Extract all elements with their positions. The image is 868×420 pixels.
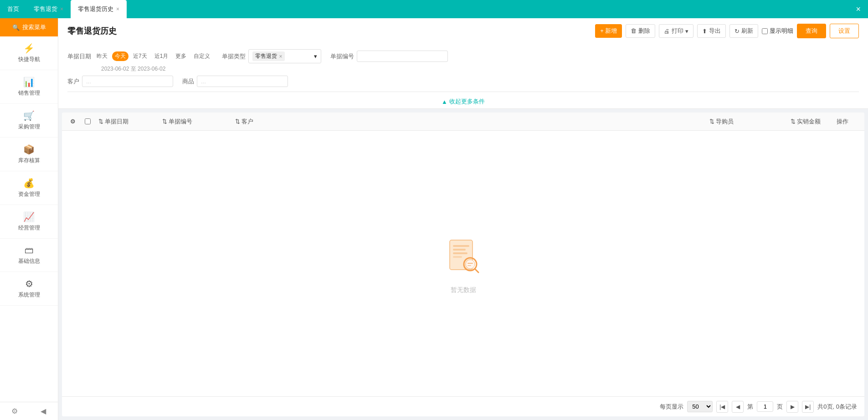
table-settings-button[interactable]: ⚙ (66, 118, 80, 125)
collapse-filter-button[interactable]: ▲ 收起更多条件 (434, 95, 492, 108)
sidebar-item-purchase[interactable]: 🛒 采购管理 (0, 104, 58, 138)
filter-row-1: 单据日期 昨天 今天 近7天 近1月 更多 自定义 单据类型 (67, 49, 859, 63)
svg-rect-3 (453, 252, 467, 254)
new-button[interactable]: + 新增 (595, 24, 622, 38)
filter-doc-no: 单据编号 (330, 51, 448, 62)
svg-rect-1 (453, 245, 469, 247)
sidebar-item-finance[interactable]: 💰 资金管理 (0, 171, 58, 205)
window-close-button[interactable]: × (856, 5, 868, 14)
sidebar-item-quick-nav[interactable]: ⚡ 快捷导航 (0, 36, 58, 70)
query-button[interactable]: 查询 (797, 24, 826, 38)
page-number-input[interactable] (757, 401, 773, 412)
prev-page-icon: ◀ (736, 404, 740, 410)
toolbar: + 新增 🗑 删除 🖨 打印 ▾ ⬆ 导出 ↻ 刷新 (595, 24, 859, 38)
basic-info-icon: 🗃 (25, 245, 34, 256)
doc-type-tag-close[interactable]: × (279, 53, 282, 60)
page-title: 零售退货历史 (67, 26, 117, 36)
col-guide-sort[interactable]: ⇅ (709, 118, 714, 125)
sidebar-item-label: 库存核算 (18, 157, 40, 164)
col-no-sort[interactable]: ⇅ (162, 118, 167, 125)
shortcut-7days[interactable]: 近7天 (130, 51, 150, 61)
print-button[interactable]: 🖨 打印 ▾ (659, 24, 693, 38)
setting-button[interactable]: 设置 (830, 24, 859, 38)
select-all-checkbox[interactable] (80, 118, 95, 124)
sidebar-item-label: 经营管理 (18, 224, 40, 232)
display-detail-input[interactable] (762, 28, 768, 34)
last-page-icon: ▶| (805, 404, 811, 410)
tab-retail-return-history[interactable]: 零售退货历史 × (71, 0, 127, 18)
col-date-sort[interactable]: ⇅ (98, 118, 103, 125)
empty-text: 暂无数据 (451, 286, 476, 294)
export-button[interactable]: ⬆ 导出 (697, 24, 726, 38)
col-date-label: 单据日期 (105, 118, 128, 126)
delete-button[interactable]: 🗑 删除 (626, 24, 655, 38)
filter-doc-type: 单据类型 零售退货 × ▾ (222, 49, 321, 63)
goods-select[interactable]: ... (197, 76, 288, 87)
main-layout: 🔍 搜索菜单 ⚡ 快捷导航 📊 销售管理 🛒 采购管理 📦 库存核算 💰 资金管… (0, 18, 868, 420)
customer-placeholder: ... (86, 78, 91, 85)
customer-select[interactable]: ... (82, 76, 173, 87)
filter-area: 单据日期 昨天 今天 近7天 近1月 更多 自定义 单据类型 (67, 44, 859, 108)
export-icon: ⬆ (702, 28, 707, 35)
shortcut-yesterday[interactable]: 昨天 (94, 51, 110, 61)
tab-retail-return-close[interactable]: × (60, 6, 63, 12)
sidebar: 🔍 搜索菜单 ⚡ 快捷导航 📊 销售管理 🛒 采购管理 📦 库存核算 💰 资金管… (0, 18, 58, 420)
page-title-row: 零售退货历史 + 新增 🗑 删除 🖨 打印 ▾ ⬆ 导出 ↻ (67, 24, 859, 38)
last-page-button[interactable]: ▶| (802, 401, 814, 413)
doc-type-select[interactable]: 零售退货 × ▾ (248, 49, 321, 63)
sidebar-search[interactable]: 🔍 搜索菜单 (0, 18, 58, 36)
col-guide-label: 导购员 (716, 118, 734, 126)
col-customer-label: 客户 (241, 118, 253, 126)
sidebar-collapse-button[interactable]: ◀ (29, 402, 58, 420)
sidebar-item-inventory[interactable]: 📦 库存核算 (0, 138, 58, 171)
first-page-icon: |◀ (719, 404, 725, 410)
filter-row-2: 客户 ... 商品 ... (67, 76, 859, 87)
next-page-button[interactable]: ▶ (786, 401, 798, 413)
tab-retail-return[interactable]: 零售退货 × (26, 0, 71, 18)
col-customer-sort[interactable]: ⇅ (235, 118, 240, 125)
date-shortcuts: 昨天 今天 近7天 近1月 更多 自定义 (94, 51, 213, 61)
prev-page-button[interactable]: ◀ (732, 401, 744, 413)
print-dropdown-icon: ▾ (685, 28, 688, 35)
refresh-button[interactable]: ↻ 刷新 (729, 24, 758, 38)
sidebar-item-basic-info[interactable]: 🗃 基础信息 (0, 239, 58, 272)
sales-icon: 📊 (23, 77, 35, 87)
table-settings-icon: ⚙ (70, 118, 76, 125)
svg-rect-8 (467, 263, 473, 264)
first-page-button[interactable]: |◀ (716, 401, 728, 413)
page-label: 页 (777, 403, 783, 411)
col-date: ⇅ 单据日期 (95, 118, 159, 126)
refresh-icon: ↻ (734, 28, 740, 35)
page-header: 零售退货历史 + 新增 🗑 删除 🖨 打印 ▾ ⬆ 导出 ↻ (58, 18, 868, 109)
doc-no-input[interactable] (357, 51, 448, 62)
col-guide: ⇅ 导购员 (706, 118, 770, 126)
doc-type-dropdown-icon: ▾ (314, 53, 317, 60)
total-info: 共0页, 0条记录 (817, 403, 857, 411)
sidebar-item-operations[interactable]: 📈 经营管理 (0, 205, 58, 239)
col-no: ⇅ 单据编号 (159, 118, 231, 126)
quick-nav-icon: ⚡ (23, 43, 35, 54)
display-detail-checkbox[interactable]: 显示明细 (762, 27, 793, 35)
shortcut-today[interactable]: 今天 (112, 51, 128, 61)
filter-customer: 客户 ... (67, 76, 173, 87)
shortcut-more[interactable]: 更多 (173, 51, 189, 61)
sidebar-item-label: 资金管理 (18, 190, 40, 198)
page-size-select[interactable]: 10 20 50 100 (687, 401, 713, 412)
collapse-up-icon: ▲ (442, 98, 447, 105)
select-all-input[interactable] (85, 118, 91, 124)
sidebar-item-sales[interactable]: 📊 销售管理 (0, 70, 58, 104)
sidebar-settings-button[interactable]: ⚙ (0, 402, 29, 420)
tab-retail-return-history-close[interactable]: × (116, 6, 119, 12)
shortcut-custom[interactable]: 自定义 (191, 51, 213, 61)
close-icon: × (856, 5, 861, 14)
shortcut-1month[interactable]: 近1月 (152, 51, 171, 61)
tab-home[interactable]: 首页 (0, 0, 26, 18)
svg-rect-4 (453, 256, 462, 258)
next-page-icon: ▶ (791, 404, 795, 410)
sidebar-item-system[interactable]: ⚙ 系统管理 (0, 272, 58, 306)
filter-row-date-range: 2023-06-02 至 2023-06-02 (67, 65, 859, 73)
doc-type-tag: 零售退货 × (252, 51, 285, 61)
sidebar-item-label: 销售管理 (18, 89, 40, 97)
col-amount-sort[interactable]: ⇅ (791, 118, 796, 125)
date-label: 单据日期 (67, 52, 91, 61)
